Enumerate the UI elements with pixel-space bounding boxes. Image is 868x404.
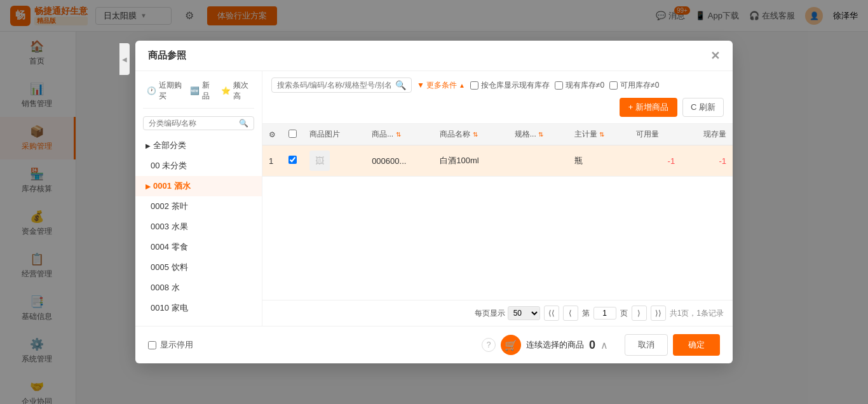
last-page-button[interactable]: ⟩⟩ [651,306,666,321]
next-page-button[interactable]: ⟩ [632,306,647,321]
triangle-right-icon: ▶ [146,183,151,190]
category-item-beverage[interactable]: 0005 饮料 [135,257,262,278]
available-stock-ne0-checkbox[interactable]: 可用库存≠0 [609,80,659,91]
category-label: 0001 酒水 [153,180,191,192]
toolbar-right: + 新增商品 C 刷新 [620,98,724,117]
more-filters-button[interactable]: ▼ 更多条件 ▲ [417,80,465,91]
col-name-label: 商品名称 [440,130,470,138]
category-panel: 🕐 近期购买 🆕 新品 ⭐ 频次高 [135,71,262,326]
sort-icon: ⇅ [473,131,478,138]
frequent-tab[interactable]: ⭐ 频次高 [217,79,254,103]
category-item-appliance[interactable]: 0010 家电 [135,298,262,318]
new-icon: 🆕 [190,86,200,95]
row-image: 🖼 [303,145,365,177]
warehouse-stock-checkbox-input[interactable] [470,81,478,90]
add-product-button[interactable]: + 新增商品 [620,98,677,117]
category-label: 0008 水 [151,282,180,293]
cart-label: 连续选择的商品 [526,339,584,351]
row-available: -1 [630,145,681,177]
tab-label: 近期购买 [159,80,182,102]
category-item-tea[interactable]: 0002 茶叶 [135,196,262,217]
recent-purchase-tab[interactable]: 🕐 近期购买 [143,79,186,103]
refresh-button[interactable]: C 刷新 [682,98,724,117]
settings-icon[interactable]: ⚙ [269,130,276,139]
page-prefix: 第 [582,308,590,319]
modal-footer: 显示停用 ? 🛒 连续选择的商品 0 ∧ 取消 确定 [135,326,733,363]
row-stock: -1 [681,145,733,177]
current-page-input[interactable] [593,307,616,320]
product-table: ⚙ 商品图片 商品... ⇅ 商品名称 ⇅ [262,124,733,177]
row-name: 白酒100ml [433,145,508,177]
category-list: ▶ 全部分类 00 未分类 ▶ 0001 酒水 0002 茶叶 [135,135,262,318]
category-item-snack[interactable]: 0004 零食 [135,237,262,257]
row-select-checkbox[interactable] [288,156,297,164]
category-item-water[interactable]: 0008 水 [135,278,262,298]
star-icon: ⭐ [221,86,231,95]
select-all-checkbox[interactable] [288,130,297,138]
help-icon[interactable]: ? [482,338,496,352]
cart-section: ? 🛒 连续选择的商品 0 ∧ [482,335,608,355]
category-quick-tabs: 🕐 近期购买 🆕 新品 ⭐ 频次高 [143,79,254,109]
category-label: 0010 家电 [151,302,188,314]
show-disabled-checkbox[interactable] [148,341,156,349]
page-size-label: 每页显示 [475,308,505,319]
page-size-selector: 每页显示 50 10 20 100 [475,306,540,320]
cart-button[interactable]: 🛒 [501,335,521,355]
sort-icon: ⇅ [538,131,543,138]
col-select-all [282,124,303,145]
col-code[interactable]: 商品... ⇅ [365,124,433,145]
category-item-liquor[interactable]: ▶ 0001 酒水 [135,176,262,196]
confirm-button[interactable]: 确定 [673,334,720,356]
new-product-tab[interactable]: 🆕 新品 [186,79,217,103]
category-search-input[interactable] [149,119,236,128]
prev-page-button[interactable]: ⟨ [563,306,578,321]
available-stock-ne0-input[interactable] [609,81,618,90]
category-label: 0005 饮料 [151,262,188,273]
warehouse-stock-label: 按仓库显示现有库存 [481,80,550,91]
image-icon: 🖼 [315,156,324,166]
modal-header: 商品参照 ✕ [135,41,733,71]
page-size-select-input[interactable]: 50 10 20 100 [508,306,540,320]
product-toolbar: 🔍 ▼ 更多条件 ▲ 按仓库显示现有库存 [262,71,733,124]
product-table-wrap: ⚙ 商品图片 商品... ⇅ 商品名称 ⇅ [262,124,733,300]
filter-label: 更多条件 [426,80,457,91]
show-disabled-checkbox-group[interactable]: 显示停用 [148,339,193,351]
col-name[interactable]: 商品名称 ⇅ [433,124,508,145]
clock-icon: 🕐 [147,86,156,95]
sort-icon: ⇅ [599,131,604,138]
table-row[interactable]: 1 🖼 000600... 白酒100ml [262,145,733,177]
product-search-input[interactable] [277,81,391,90]
triangle-right-icon: ▶ [146,142,151,149]
col-stock: 现存量 [681,124,733,145]
category-item-all[interactable]: ▶ 全部分类 [135,135,262,156]
category-label: 0003 水果 [151,221,188,232]
cancel-button[interactable]: 取消 [625,334,668,356]
available-stock-ne0-label: 可用库存≠0 [620,80,659,91]
search-icon[interactable]: 🔍 [395,80,406,90]
filter-icon: ▼ [417,81,424,90]
category-item-uncategorized[interactable]: 00 未分类 [135,156,262,176]
warehouse-stock-checkbox[interactable]: 按仓库显示现有库存 [470,80,550,91]
modal-close-button[interactable]: ✕ [710,50,720,62]
sort-icon: ⇅ [396,131,401,138]
chevron-up-icon: ▲ [459,82,465,89]
current-stock-ne0-checkbox[interactable]: 现有库存≠0 [555,80,604,91]
row-spec [508,145,568,177]
category-label: 全部分类 [153,140,186,151]
category-label: 0002 茶叶 [151,201,188,212]
col-unit: 主计量 ⇅ [568,124,630,145]
cart-collapse-button[interactable]: ∧ [600,339,608,351]
current-stock-ne0-input[interactable] [555,81,563,90]
first-page-button[interactable]: ⟨⟨ [544,306,559,321]
category-item-fruit[interactable]: 0003 水果 [135,217,262,237]
product-reference-modal: 商品参照 ✕ 🕐 近期购买 🆕 新品 [135,41,733,363]
row-unit: 瓶 [568,145,630,177]
current-stock-ne0-label: 现有库存≠0 [566,80,604,91]
category-search-icon[interactable]: 🔍 [239,119,248,128]
pagination: 每页显示 50 10 20 100 ⟨⟨ ⟨ 第 页 [262,300,733,326]
col-gear: ⚙ [262,124,282,145]
page-word: 页 [620,308,628,319]
col-spec: 规格... ⇅ [508,124,568,145]
cart-count: 0 [589,339,595,352]
category-search-box: 🔍 [143,116,254,130]
